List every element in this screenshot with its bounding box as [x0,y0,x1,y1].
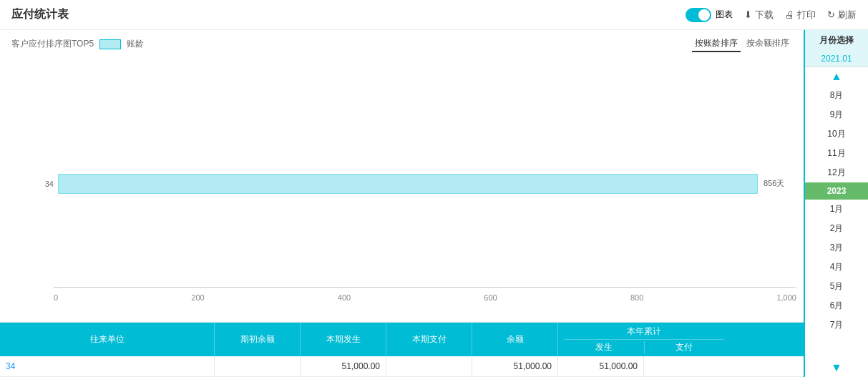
month-item-8[interactable]: 8月 [805,86,868,105]
sort-by-balance-btn[interactable]: 按账龄排序 [692,36,741,52]
chart-legend: 客户应付排序图TOP5 账龄 [11,38,144,50]
td-company-link[interactable]: 34 [6,361,15,371]
td-ytd-pay [644,356,730,376]
sort-by-amount-btn[interactable]: 按余额排序 [743,36,792,52]
chart-toggle-wrap: 图表 [686,8,733,22]
td-current-pay [386,356,472,376]
td-balance: 51,000.00 [472,356,558,376]
month-item-7[interactable]: 7月 [805,315,868,335]
th-ytd-title: 本年累计 [564,325,724,340]
td-ytd-occur: 51,000.00 [558,356,644,376]
sidebar-up-arrow[interactable]: ▲ [805,67,868,86]
month-item-year-2023[interactable]: 2023 [805,182,868,200]
td-current-occur: 51,000.00 [301,356,386,376]
chart-toggle[interactable] [686,8,711,22]
th-ytd-sub: 发生 支付 [564,341,724,353]
bar-row: 34 856天 [36,174,796,194]
print-label: 打印 [797,9,816,21]
refresh-label: 刷新 [838,9,857,21]
chart-body: 34 856天 0 200 400 600 800 1,000 [36,65,796,302]
print-icon: 🖨 [785,9,794,20]
month-item-11[interactable]: 11月 [805,144,868,163]
month-item-5[interactable]: 5月 [805,277,868,296]
month-item-2[interactable]: 2月 [805,219,868,238]
x-tick-200: 200 [191,293,204,302]
th-company: 往来单位 [0,323,215,356]
th-ytd-occur: 发生 [564,341,645,353]
sidebar-months: 8月 9月 10月 11月 12月 2023 1月 2月 3月 4月 5月 6月… [805,86,868,358]
download-icon: ⬇ [744,9,752,20]
th-balance: 余额 [472,323,558,356]
bar-label: 34 [36,180,54,188]
td-company: 34 [0,356,215,376]
bar-days-label: 856天 [764,178,784,189]
month-item-3[interactable]: 3月 [805,238,868,258]
x-tick-600: 600 [484,293,497,302]
th-ytd-pay: 支付 [645,341,725,353]
refresh-icon: ↻ [827,9,835,20]
download-label: 下载 [755,9,774,21]
x-tick-400: 400 [338,293,351,302]
table-section: 往来单位 期初余额 本期发生 本期支付 余额 本年累计 发生 支付 [0,322,804,377]
header-actions: 图表 ⬇ 下载 🖨 打印 ↻ 刷新 [686,8,857,22]
chart-controls: 客户应付排序图TOP5 账龄 按账龄排序 按余额排序 [0,30,804,58]
chart-toggle-label: 图表 [716,9,733,21]
x-axis-line [54,287,796,288]
x-axis: 0 200 400 600 800 1,000 [54,293,796,302]
table-header-row1: 往来单位 期初余额 本期发生 本期支付 余额 本年累计 发生 支付 [0,323,804,356]
legend-text: 客户应付排序图TOP5 [11,38,94,50]
sidebar-current-period[interactable]: 2021.01 [805,51,868,67]
sort-buttons: 按账龄排序 按余额排序 [692,36,792,52]
month-item-9[interactable]: 9月 [805,105,868,124]
header: 应付统计表 图表 ⬇ 下载 🖨 打印 ↻ 刷新 [0,0,868,30]
td-opening-balance [215,356,301,376]
month-item-10[interactable]: 10月 [805,124,868,144]
th-opening-balance: 期初余额 [215,323,301,356]
print-button[interactable]: 🖨 打印 [785,9,816,21]
month-item-1[interactable]: 1月 [805,200,868,219]
sidebar-down-arrow[interactable]: ▼ [805,358,868,377]
chart-area: 客户应付排序图TOP5 账龄 按账龄排序 按余额排序 34 [0,30,804,377]
bar-fill [58,174,758,194]
page-title: 应付统计表 [11,7,69,22]
th-current-pay: 本期支付 [386,323,472,356]
x-tick-0: 0 [54,293,58,302]
right-sidebar: 月份选择 2021.01 ▲ 8月 9月 10月 11月 12月 2023 1月… [804,30,868,377]
download-button[interactable]: ⬇ 下载 [744,9,774,21]
month-item-12[interactable]: 12月 [805,163,868,182]
legend-box [99,39,121,49]
refresh-button[interactable]: ↻ 刷新 [827,9,857,21]
th-current-occur: 本期发生 [301,323,386,356]
x-tick-800: 800 [630,293,643,302]
bar-chart-container: 34 856天 0 200 400 600 800 1,000 [0,58,804,322]
x-tick-1000: 1,000 [776,293,796,302]
sidebar-title: 月份选择 [805,30,868,51]
table-row: 34 51,000.00 51,000.00 51,000.00 [0,356,804,377]
month-item-6[interactable]: 6月 [805,296,868,315]
legend-box-label: 账龄 [127,38,144,50]
th-ytd: 本年累计 发生 支付 [558,323,730,356]
main-content: 客户应付排序图TOP5 账龄 按账龄排序 按余额排序 34 [0,30,868,377]
month-item-4[interactable]: 4月 [805,258,868,277]
